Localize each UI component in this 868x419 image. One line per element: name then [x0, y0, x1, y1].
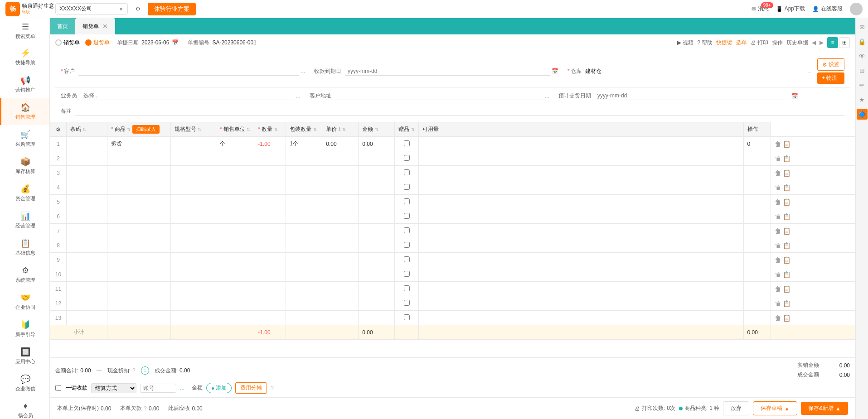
copy-icon[interactable]: 📋	[783, 155, 790, 162]
row-spec[interactable]	[171, 282, 216, 296]
row-pkg-qty[interactable]	[286, 238, 322, 253]
row-spec[interactable]	[171, 224, 216, 238]
row-spec[interactable]	[171, 209, 216, 224]
row-product[interactable]	[107, 311, 171, 325]
radio-sales[interactable]: 销货单	[55, 39, 80, 47]
copy-icon[interactable]: 📋	[783, 242, 790, 249]
row-barcode[interactable]	[67, 137, 107, 151]
row-price[interactable]	[322, 180, 359, 195]
row-spec[interactable]	[171, 253, 216, 267]
row-amount[interactable]	[359, 180, 395, 195]
delete-icon[interactable]: 🗑	[775, 271, 781, 278]
rs-lock-icon[interactable]: 🔒	[857, 36, 868, 47]
row-price[interactable]	[322, 267, 359, 282]
row-unit[interactable]	[216, 253, 254, 267]
row-barcode[interactable]	[67, 238, 107, 253]
row-product[interactable]	[107, 296, 171, 311]
row-gift[interactable]	[395, 166, 418, 180]
delete-icon[interactable]: 🗑	[775, 242, 781, 249]
row-price[interactable]	[322, 238, 359, 253]
row-price[interactable]	[322, 224, 359, 238]
row-amount[interactable]	[359, 311, 395, 325]
rs-star-icon[interactable]: ★	[857, 94, 868, 105]
row-pkg-qty[interactable]	[286, 195, 322, 209]
action-operation[interactable]: 操作	[772, 39, 783, 47]
row-barcode[interactable]	[67, 296, 107, 311]
delete-icon[interactable]: 🗑	[775, 227, 781, 235]
save-draft-button[interactable]: 保存草稿 ▲	[753, 401, 797, 415]
rs-orange-icon[interactable]: 🔷	[857, 109, 868, 120]
row-gift[interactable]	[395, 267, 418, 282]
due-date-input[interactable]	[345, 67, 550, 76]
row-pkg-qty[interactable]	[286, 282, 322, 296]
copy-icon[interactable]: 📋	[783, 169, 790, 177]
row-pkg-qty[interactable]	[286, 296, 322, 311]
row-barcode[interactable]	[67, 267, 107, 282]
customer-addr-dots[interactable]: ...	[545, 93, 549, 99]
row-pkg-qty[interactable]	[286, 311, 322, 325]
row-pkg-qty[interactable]	[286, 267, 322, 282]
row-spec[interactable]	[171, 195, 216, 209]
row-product[interactable]	[107, 151, 171, 166]
rs-grid-icon[interactable]: ⊞	[857, 65, 868, 76]
row-pkg-qty[interactable]	[286, 224, 322, 238]
row-product[interactable]	[107, 282, 171, 296]
sidebar-item-enterprise[interactable]: 🤝 企业协同	[0, 288, 49, 315]
row-gift[interactable]	[395, 151, 418, 166]
row-barcode[interactable]	[67, 282, 107, 296]
row-unit[interactable]	[216, 282, 254, 296]
row-quantity[interactable]	[254, 296, 286, 311]
row-quantity[interactable]	[254, 195, 286, 209]
row-gift[interactable]	[395, 238, 418, 253]
row-price[interactable]	[322, 151, 359, 166]
row-barcode[interactable]	[67, 209, 107, 224]
row-spec[interactable]	[171, 296, 216, 311]
remark-input[interactable]	[75, 107, 844, 116]
row-quantity[interactable]: -1.00	[254, 137, 286, 151]
copy-icon[interactable]: 📋	[783, 198, 790, 206]
row-price[interactable]: 0.00	[322, 137, 359, 151]
sidebar-item-system[interactable]: ⚙ 系统管理	[0, 261, 49, 288]
row-spec[interactable]	[171, 137, 216, 151]
sidebar-item-wechat[interactable]: 💬 企业微信	[0, 370, 49, 397]
sidebar-item-appstore[interactable]: 🔲 应用中心	[0, 342, 49, 370]
copy-icon[interactable]: 📋	[783, 300, 790, 307]
rs-edit-icon[interactable]: ✏	[857, 80, 868, 91]
row-price[interactable]	[322, 253, 359, 267]
copy-icon[interactable]: 📋	[783, 285, 790, 293]
row-price[interactable]	[322, 195, 359, 209]
row-spec[interactable]	[171, 166, 216, 180]
row-unit[interactable]	[216, 267, 254, 282]
row-gift[interactable]	[395, 195, 418, 209]
row-spec[interactable]	[171, 267, 216, 282]
row-quantity[interactable]	[254, 238, 286, 253]
delete-icon[interactable]: 🗑	[775, 256, 781, 264]
sidebar-item-finance[interactable]: 💰 资金管理	[0, 179, 49, 207]
row-unit[interactable]: 个	[216, 137, 254, 151]
copy-icon[interactable]: 📋	[783, 213, 790, 220]
fee-split-button[interactable]: 费用分摊	[235, 382, 267, 394]
fee-help-icon[interactable]: ?	[271, 385, 274, 391]
row-product[interactable]	[107, 267, 171, 282]
row-unit[interactable]	[216, 195, 254, 209]
row-spec[interactable]	[171, 180, 216, 195]
row-quantity[interactable]	[254, 282, 286, 296]
row-amount[interactable]: 0.00	[359, 137, 395, 151]
sidebar-item-operations[interactable]: 📊 经营管理	[0, 207, 49, 234]
col-settings[interactable]: ⚙	[50, 122, 67, 137]
one-click-checkbox[interactable]	[55, 385, 61, 391]
message-button[interactable]: ✉ 消息 99+	[752, 5, 769, 13]
customer-addr-input[interactable]	[335, 92, 543, 100]
row-unit[interactable]	[216, 311, 254, 325]
customer-dots[interactable]: ...	[301, 68, 305, 74]
row-amount[interactable]	[359, 267, 395, 282]
add-button[interactable]: ● 添加	[206, 383, 232, 393]
copy-icon[interactable]: 📋	[783, 184, 790, 191]
tab-close-icon[interactable]: ✕	[102, 23, 108, 30]
row-product[interactable]	[107, 195, 171, 209]
delete-icon[interactable]: 🗑	[775, 213, 781, 220]
row-barcode[interactable]	[67, 180, 107, 195]
row-quantity[interactable]	[254, 151, 286, 166]
row-barcode[interactable]	[67, 311, 107, 325]
trial-button[interactable]: 体验行业方案	[148, 3, 196, 15]
